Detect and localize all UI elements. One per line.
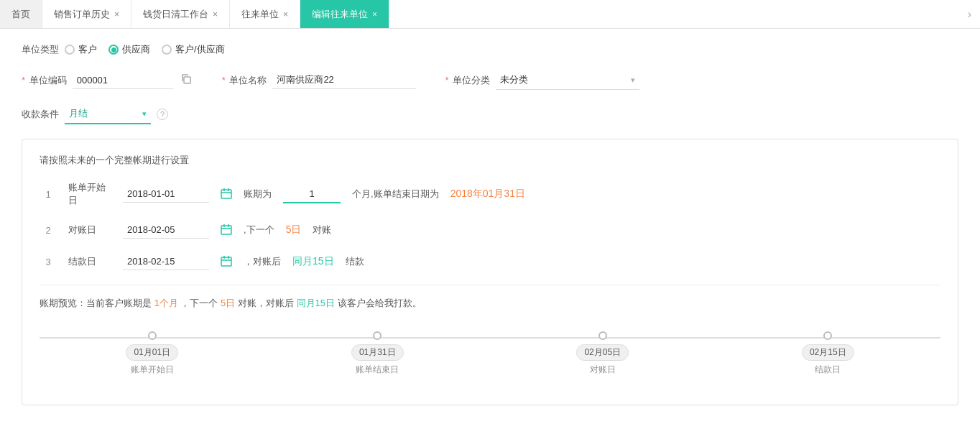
timeline-items: 01月01日 账单开始日 01月31日 账单结束日 02月05日 对账日 02月… <box>40 331 940 376</box>
step-num-2: 2 <box>40 225 57 236</box>
main-content: 单位类型 客户 供应商 客户/供应商 * 单位编码 <box>0 29 980 437</box>
calendar-icon-2[interactable] <box>221 224 232 237</box>
tab-more-button[interactable]: › <box>959 8 980 21</box>
radio-circle-customer <box>65 45 75 55</box>
category-label: * 单位分类 <box>445 74 490 87</box>
name-label: * 单位名称 <box>222 74 267 87</box>
step-row-3: 3 结款日 2018-02-15 ，对账后 同月15日 结款 <box>40 253 940 270</box>
timeline-date-2: 02月05日 <box>576 344 629 361</box>
timeline-dot-3 <box>823 331 832 340</box>
payment-value: 月结 <box>69 107 139 120</box>
close-tab-partner[interactable]: × <box>283 9 288 19</box>
category-select[interactable]: 未分类 ▾ <box>496 70 639 90</box>
period-input[interactable] <box>283 185 341 203</box>
section-title: 请按照未来的一个完整帐期进行设置 <box>40 154 940 167</box>
unit-type-field: 单位类型 客户 供应商 客户/供应商 <box>22 43 225 56</box>
step-desc-3-highlight: 同月15日 <box>292 255 334 268</box>
tab-partner[interactable]: 往来单位 × <box>230 0 300 28</box>
unit-type-label: 单位类型 <box>22 43 59 56</box>
tab-edit-partner[interactable]: 编辑往来单位 × <box>300 0 389 28</box>
step-label-2: 对账日 <box>68 224 111 236</box>
svg-rect-3 <box>221 257 231 266</box>
timeline-point-3: 02月15日 结款日 <box>716 331 941 376</box>
code-label: * 单位编码 <box>22 74 67 87</box>
payment-dropdown-icon: ▾ <box>142 109 147 119</box>
calendar-icon-1[interactable] <box>221 188 232 201</box>
radio-both[interactable]: 客户/供应商 <box>162 43 225 56</box>
timeline-label-2: 对账日 <box>590 364 616 376</box>
timeline-label-0: 账单开始日 <box>131 364 174 376</box>
radio-circle-both <box>162 45 172 55</box>
timeline-label-1: 账单结束日 <box>356 364 399 376</box>
tab-home[interactable]: 首页 <box>0 0 42 28</box>
step-num-1: 1 <box>40 189 57 200</box>
tab-sales-history[interactable]: 销售订单历史 × <box>42 0 131 28</box>
step-date-1[interactable]: 2018-01-01 <box>123 185 209 203</box>
timeline: 01月01日 账单开始日 01月31日 账单结束日 02月05日 对账日 02月… <box>40 324 940 390</box>
step-period-suffix: 个月,账单结束日期为 <box>352 188 439 201</box>
timeline-date-1: 01月31日 <box>351 344 404 361</box>
step-desc-3-prefix: ，对账后 <box>244 255 281 268</box>
copy-icon[interactable] <box>179 72 193 88</box>
step-date-2[interactable]: 2018-02-05 <box>123 221 209 239</box>
divider <box>40 285 940 285</box>
step-label-1: 账单开始日 <box>68 181 111 207</box>
preview-highlight-2: 5日 <box>221 298 235 308</box>
step-desc-2-highlight: 5日 <box>286 224 302 236</box>
unit-type-row: 单位类型 客户 供应商 客户/供应商 <box>22 43 958 56</box>
svg-rect-2 <box>221 226 231 234</box>
timeline-dot-1 <box>373 331 382 340</box>
tab-cash-work[interactable]: 钱货日清工作台 × <box>131 0 230 28</box>
step-desc-period-label: 账期为 <box>244 188 272 201</box>
payment-field: 收款条件 月结 ▾ ? <box>22 104 168 124</box>
code-input[interactable] <box>73 72 173 89</box>
calendar-icon-3[interactable] <box>221 255 232 269</box>
category-value: 未分类 <box>500 73 628 86</box>
category-field: * 单位分类 未分类 ▾ <box>445 70 639 90</box>
step-row-1: 1 账单开始日 2018-01-01 账期为 个月,账单结束日期为 2018年0… <box>40 181 940 207</box>
svg-rect-1 <box>221 190 231 198</box>
timeline-dot-0 <box>148 331 157 340</box>
tab-bar: 首页 销售订单历史 × 钱货日清工作台 × 往来单位 × 编辑往来单位 × › <box>0 0 980 29</box>
step-row-2: 2 对账日 2018-02-05 ,下一个 5日 对账 <box>40 221 940 239</box>
radio-customer[interactable]: 客户 <box>65 43 97 56</box>
category-dropdown-icon: ▾ <box>631 75 635 85</box>
radio-supplier[interactable]: 供应商 <box>108 43 150 56</box>
step-date-3[interactable]: 2018-02-15 <box>123 253 209 270</box>
step-desc-3-suffix: 结款 <box>346 255 364 268</box>
svg-rect-0 <box>184 77 190 83</box>
step-period-end: 2018年01月31日 <box>450 188 525 201</box>
timeline-point-0: 01月01日 账单开始日 <box>40 331 265 376</box>
code-field: * 单位编码 <box>22 72 193 89</box>
name-field: * 单位名称 <box>222 72 417 89</box>
close-tab-edit-partner[interactable]: × <box>372 9 377 19</box>
timeline-label-3: 结款日 <box>815 364 841 376</box>
preview-text: 账期预览：当前客户账期是 1个月 ，下一个 5日 对账，对账后 同月15日 该客… <box>40 297 940 310</box>
code-name-category-row: * 单位编码 * 单位名称 * 单位分类 未 <box>22 70 958 90</box>
payment-label: 收款条件 <box>22 108 59 121</box>
name-input[interactable] <box>272 72 416 89</box>
preview-highlight-3: 同月15日 <box>297 298 335 308</box>
step-label-3: 结款日 <box>68 255 111 268</box>
period-settings-section: 请按照未来的一个完整帐期进行设置 1 账单开始日 2018-01-01 账期为 … <box>22 139 958 405</box>
radio-group-unit-type: 客户 供应商 客户/供应商 <box>65 43 225 56</box>
step-desc-2-prefix: ,下一个 <box>244 224 274 236</box>
close-tab-sales-history[interactable]: × <box>114 9 119 19</box>
timeline-date-3: 02月15日 <box>802 344 854 361</box>
radio-circle-supplier <box>108 45 119 55</box>
timeline-point-2: 02月05日 对账日 <box>490 331 716 376</box>
payment-row: 收款条件 月结 ▾ ? <box>22 104 958 124</box>
timeline-date-0: 01月01日 <box>126 344 178 361</box>
timeline-dot-2 <box>598 331 607 340</box>
payment-select[interactable]: 月结 ▾ <box>65 104 151 124</box>
help-icon[interactable]: ? <box>157 109 168 120</box>
close-tab-cash-work[interactable]: × <box>213 9 218 19</box>
step-num-3: 3 <box>40 257 57 267</box>
timeline-point-1: 01月31日 账单结束日 <box>265 331 491 376</box>
preview-highlight-1: 1个月 <box>154 298 178 308</box>
step-desc-2-suffix: 对账 <box>313 224 331 236</box>
